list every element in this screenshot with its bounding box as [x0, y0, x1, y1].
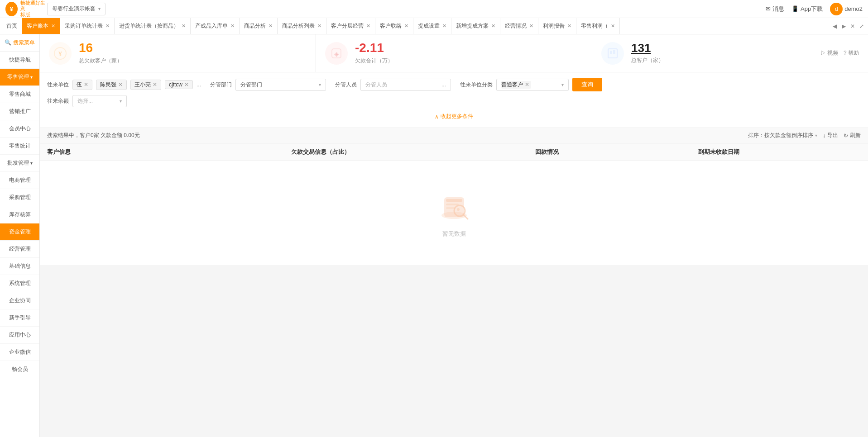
tab-commission-settings[interactable]: 提成设置 ✕ [413, 18, 451, 34]
result-bar: 搜索结果中，客户0家 欠款金额 0.00元 排序：按欠款金额倒序排序 ▾ ↓ 导… [40, 128, 868, 143]
unit-tag-more[interactable]: ... [197, 81, 201, 88]
close-icon[interactable]: ✕ [51, 23, 55, 29]
tab-prev-button[interactable]: ◀ [830, 22, 839, 31]
close-icon[interactable]: ✕ [491, 23, 495, 29]
close-icon[interactable]: ✕ [106, 23, 110, 29]
tab-purchase-order[interactable]: 采购订单统计表 ✕ [60, 18, 115, 34]
phone-icon: 📱 [791, 5, 799, 12]
sidebar-item-ecommerce[interactable]: 电商管理 [0, 172, 39, 189]
tab-add-commission[interactable]: 新增提成方案 ✕ [451, 18, 500, 34]
tab-bar: 首页 客户账本 ✕ 采购订单统计表 ✕ 进货单统计表（按商品） ✕ 产成品入库单… [0, 18, 868, 34]
stat-card-debt: ◈ -2.11 欠款合计（万） [316, 34, 592, 72]
sidebar-item-marketing[interactable]: 营销推广 [0, 103, 39, 120]
tab-product-inbound[interactable]: 产成品入库单 ✕ [191, 18, 240, 34]
close-icon[interactable]: ✕ [567, 23, 571, 29]
sidebar-item-wholesale[interactable]: 批发管理 ▾ [0, 155, 39, 172]
tab-home[interactable]: 首页 [2, 18, 22, 34]
remove-tag-wang[interactable]: ✕ [153, 81, 157, 88]
sidebar-item-inventory[interactable]: 库存核算 [0, 206, 39, 223]
close-icon[interactable]: ✕ [442, 23, 446, 29]
sidebar-item-member[interactable]: 会员中心 [0, 120, 39, 138]
tab-retail-profit[interactable]: 零售利润（ ✕ [576, 18, 620, 34]
video-help-link[interactable]: ▷ 视频 [820, 49, 838, 57]
search-icon: 🔍 [5, 39, 11, 46]
sidebar-item-finance[interactable]: 资金管理 [0, 223, 39, 241]
tab-customer-contact[interactable]: 客户联络 ✕ [375, 18, 413, 34]
logo-area: ¥ 畅捷通好生意 标版 [5, 0, 45, 18]
sidebar: 🔍 搜索菜单 快捷导航 零售管理 ▾ 零售商城 营销推广 会员中心 零售统计 批… [0, 34, 40, 437]
remove-tag-wu[interactable]: ✕ [84, 81, 88, 88]
remove-tag-cjttcw[interactable]: ✕ [184, 81, 189, 88]
sidebar-item-retail[interactable]: 零售管理 ▾ [0, 69, 39, 86]
sort-selector[interactable]: 排序：按欠款金额倒序排序 ▾ [748, 132, 817, 139]
sidebar-item-newbie[interactable]: 新手引导 [0, 309, 39, 327]
message-icon: ✉ [766, 5, 771, 12]
sidebar-item-purchase[interactable]: 采购管理 [0, 189, 39, 206]
svg-rect-4 [608, 49, 617, 58]
close-icon[interactable]: ✕ [230, 23, 235, 29]
tab-customer-ledger[interactable]: 客户账本 ✕ [22, 18, 60, 34]
remove-category[interactable]: ✕ [525, 81, 529, 88]
sidebar-item-wechat[interactable]: 企业微信 [0, 344, 39, 361]
close-icon[interactable]: ✕ [611, 23, 615, 29]
category-selector[interactable]: 普通客户 ✕ ▾ [496, 79, 569, 91]
remove-tag-chen[interactable]: ✕ [118, 81, 123, 88]
sidebar-item-member-vip[interactable]: 畅会员 [0, 361, 39, 378]
stat-label-total: 总客户（家） [631, 57, 664, 64]
svg-rect-6 [613, 50, 615, 54]
workspace-selector[interactable]: 母婴行业演示帐套 ▾ [47, 3, 106, 15]
unit-tag-cjttcw[interactable]: cjttcw ✕ [165, 80, 193, 89]
tab-customer-tier[interactable]: 客户分层经营 ✕ [326, 18, 375, 34]
unit-tag-wu[interactable]: 伍 ✕ [72, 80, 92, 90]
filter-area: 往来单位 伍 ✕ 陈民强 ✕ 王小亮 ✕ cjttcw ✕ ... [40, 72, 868, 128]
tab-next-button[interactable]: ▶ [839, 22, 848, 31]
app-download-action[interactable]: 📱 App下载 [791, 5, 823, 13]
message-action[interactable]: ✉ 消息 [766, 5, 784, 13]
sidebar-item-basic-info[interactable]: 基础信息 [0, 258, 39, 275]
chevron-down-icon: ▾ [30, 161, 33, 166]
query-button[interactable]: 查询 [572, 78, 602, 91]
category-tag-normal[interactable]: 普通客户 ✕ [501, 81, 531, 89]
dept-selector[interactable]: 分管部门 ▾ [235, 79, 326, 91]
sidebar-item-retail-stats[interactable]: 零售统计 [0, 138, 39, 155]
close-icon[interactable]: ✕ [317, 23, 321, 29]
svg-rect-9 [446, 199, 462, 202]
empty-state: 暂无数据 [40, 161, 868, 265]
stats-row: ¥ 16 总欠款客户（家） ◈ -2.11 欠款合计 [40, 34, 868, 72]
sidebar-item-system[interactable]: 系统管理 [0, 275, 39, 292]
tab-purchase-stat[interactable]: 进货单统计表（按商品） ✕ [115, 18, 191, 34]
sidebar-item-app-center[interactable]: 应用中心 [0, 327, 39, 344]
svg-rect-10 [446, 204, 459, 205]
unit-tag-chen[interactable]: 陈民强 ✕ [96, 80, 127, 90]
close-icon[interactable]: ✕ [366, 23, 370, 29]
collapse-filter-button[interactable]: ∧ 收起更多条件 [431, 111, 477, 122]
sidebar-item-retail-shop[interactable]: 零售商城 [0, 86, 39, 103]
question-icon: ? [844, 50, 847, 56]
col-due-date: 到期未收款日期 [698, 148, 861, 156]
close-icon[interactable]: ✕ [529, 23, 533, 29]
close-icon[interactable]: ✕ [269, 23, 273, 29]
sidebar-item-quick-nav[interactable]: 快捷导航 [0, 52, 39, 69]
unit-tag-wang[interactable]: 王小亮 ✕ [130, 80, 161, 90]
close-icon[interactable]: ✕ [182, 23, 186, 29]
tab-expand-button[interactable]: ⤢ [857, 22, 866, 31]
sidebar-item-enterprise-collab[interactable]: 企业协同 [0, 292, 39, 309]
tab-close-all-button[interactable]: ✕ [848, 22, 857, 31]
svg-point-14 [457, 208, 460, 211]
stat-label-customers: 总欠款客户（家） [79, 57, 122, 65]
tab-product-analysis-list[interactable]: 商品分析列表 ✕ [278, 18, 326, 34]
sidebar-item-operations[interactable]: 经营管理 [0, 241, 39, 258]
balance-selector[interactable]: 选择... ▾ [72, 95, 127, 107]
export-button[interactable]: ↓ 导出 [823, 132, 838, 139]
user-menu[interactable]: d demo2 [830, 3, 863, 15]
sidebar-search[interactable]: 🔍 搜索菜单 [0, 34, 39, 52]
stat-card-total: 131 总客户（家） ▷ 视频 ? 帮助 [592, 34, 868, 72]
tab-product-analysis[interactable]: 商品分析 ✕ [240, 18, 278, 34]
tab-operations[interactable]: 经营情况 ✕ [500, 18, 538, 34]
chevron-down-icon: ▾ [98, 6, 101, 11]
help-link[interactable]: ? 帮助 [844, 49, 859, 57]
tab-profit-report[interactable]: 利润报告 ✕ [538, 18, 576, 34]
person-input[interactable]: 分管人员 ... [360, 79, 451, 91]
close-icon[interactable]: ✕ [404, 23, 408, 29]
refresh-button[interactable]: ↻ 刷新 [844, 132, 861, 139]
